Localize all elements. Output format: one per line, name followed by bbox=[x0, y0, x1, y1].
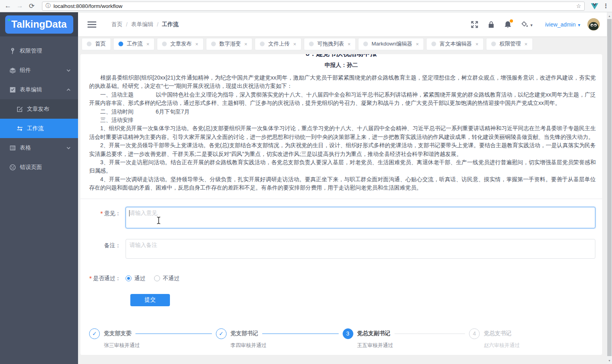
mouse-ibeam-cursor bbox=[156, 216, 161, 224]
step-connector bbox=[135, 334, 212, 334]
sidebar-item-error-page[interactable]: 错误页面 bbox=[0, 157, 78, 177]
tab-home[interactable]: 首页 bbox=[82, 38, 111, 50]
chevron-down-icon bbox=[66, 68, 71, 73]
main-area: 首页 / 表单编辑 / 工作流 ▼ iview_admin bbox=[78, 12, 607, 364]
tab-close-icon[interactable]: × bbox=[147, 41, 150, 47]
open-tabs-bar: 首页 工作流× 文章发布× 数字渐变× 文件上传× 可拖拽列表× Markdow… bbox=[78, 36, 607, 51]
doc-paragraph: 3、开展一次走访慰问活动。结合正在开展的群众路线教育实践活动，各党总支部负责人要… bbox=[89, 158, 596, 175]
tab-count-to[interactable]: 数字渐变× bbox=[206, 38, 253, 50]
vue-devtools-icon[interactable] bbox=[590, 2, 599, 10]
sidebar-item-label: 错误页面 bbox=[20, 164, 71, 171]
fullscreen-icon[interactable] bbox=[471, 21, 479, 28]
tab-workflow[interactable]: 工作流× bbox=[113, 38, 154, 50]
avatar[interactable] bbox=[587, 18, 600, 30]
sidebar-item-permission[interactable]: 权限管理 bbox=[0, 41, 78, 61]
document-title-clipped: 8：建党节庆祝活动申报 bbox=[80, 54, 602, 58]
url-text[interactable]: localhost:8080/form/workflow bbox=[53, 3, 576, 9]
submit-button[interactable]: 提交 bbox=[130, 294, 170, 306]
approval-steps: ✓ 党支部支委 张三审核并通过 ✓ 党支部书记 李四审核并通过 bbox=[80, 328, 602, 349]
sidebar-item-table[interactable]: 表格 bbox=[0, 138, 78, 157]
chevron-down-icon bbox=[66, 146, 71, 150]
tab-label: 文章发布 bbox=[170, 40, 192, 47]
sidebar-item-workflow[interactable]: 工作流 bbox=[0, 119, 78, 138]
tab-close-icon[interactable]: × bbox=[244, 41, 248, 47]
sidebar-item-label: 表格 bbox=[20, 144, 66, 152]
table-icon bbox=[9, 144, 16, 152]
sidebar-item-form-edit[interactable]: 表单编辑 bbox=[0, 80, 78, 99]
browser-forward-button[interactable]: → bbox=[15, 1, 25, 11]
header-actions: ▼ iview_admin ▼ bbox=[462, 18, 600, 30]
tab-rich-text-editor[interactable]: 富文本编辑器× bbox=[426, 38, 484, 50]
breadcrumb-home[interactable]: 首页 bbox=[111, 21, 122, 28]
tab-close-icon[interactable]: × bbox=[293, 41, 296, 47]
tab-article-publish[interactable]: 文章发布× bbox=[157, 38, 204, 50]
step-title: 党支部支委 bbox=[104, 330, 132, 337]
sidebar-item-article-publish[interactable]: 文章发布 bbox=[0, 99, 78, 119]
caret-down-icon: ▼ bbox=[577, 23, 581, 27]
document-body: 根据县委组织部(组织[20xx]21)文件通知精神，为纪念中国共产党建党xx周年… bbox=[89, 74, 596, 192]
breadcrumb: 首页 / 表单编辑 / 工作流 bbox=[111, 21, 179, 28]
sidebar-item-components[interactable]: 组件 bbox=[0, 61, 78, 80]
breadcrumb-form-edit[interactable]: 表单编辑 bbox=[131, 21, 153, 28]
tab-upload[interactable]: 文件上传× bbox=[255, 38, 301, 50]
tab-label: 文件上传 bbox=[268, 40, 290, 47]
tab-close-icon[interactable]: × bbox=[524, 41, 528, 47]
user-menu[interactable]: iview_admin ▼ bbox=[545, 21, 581, 28]
talkingdata-logo[interactable]: TalkingData bbox=[5, 15, 73, 34]
tab-close-icon[interactable]: × bbox=[195, 41, 198, 47]
compose-icon bbox=[16, 106, 23, 113]
bookmark-star-icon[interactable]: ☆ bbox=[576, 3, 581, 9]
browser-menu-icon[interactable]: ⋮ bbox=[603, 2, 609, 9]
remark-row: 备注： bbox=[80, 239, 602, 260]
username: iview_admin bbox=[545, 21, 576, 28]
breadcrumb-separator: / bbox=[126, 21, 128, 28]
hamburger-menu-icon[interactable] bbox=[88, 21, 96, 28]
step-title: 党总支副书记 bbox=[357, 330, 391, 337]
page-info-icon[interactable]: ⓘ bbox=[46, 2, 51, 9]
radio-pass[interactable]: 通过 bbox=[126, 275, 145, 282]
tab-close-icon[interactable]: × bbox=[347, 41, 351, 47]
required-asterisk: * bbox=[89, 275, 92, 281]
tab-label: 首页 bbox=[95, 40, 106, 47]
lock-icon[interactable] bbox=[487, 21, 495, 28]
language-ink-icon[interactable]: ▼ bbox=[520, 21, 528, 28]
opinion-label: *意见： bbox=[89, 207, 126, 229]
scrollbar-down-arrow[interactable]: ▼ bbox=[607, 358, 612, 363]
caret-down-icon: ▼ bbox=[530, 23, 533, 27]
app-window: TalkingData 权限管理 组件 表单编辑 文章发布 bbox=[0, 12, 612, 364]
logo-area: TalkingData bbox=[0, 12, 78, 36]
sidebar-submenu-form-edit: 文章发布 工作流 bbox=[0, 99, 78, 138]
remark-textarea[interactable] bbox=[126, 239, 595, 259]
step-subtitle: 赵六审核并通过 bbox=[484, 342, 596, 349]
tab-dot bbox=[260, 42, 265, 46]
doc-paragraph: 二、活动时间 6月下旬至7月 bbox=[89, 108, 596, 116]
pass-label: *是否通过： bbox=[89, 275, 126, 282]
tab-drag-list[interactable]: 可拖拽列表× bbox=[304, 38, 356, 50]
opinion-textarea[interactable] bbox=[126, 207, 595, 228]
step-title: 党总支书记 bbox=[484, 330, 511, 337]
text-caret bbox=[129, 210, 130, 216]
section-divider bbox=[80, 199, 602, 199]
key-icon bbox=[9, 47, 16, 55]
step-check-icon: ✓ bbox=[216, 328, 227, 339]
step-3: 3 党总支副书记 王五审核并通过 bbox=[343, 328, 469, 349]
radio-circle bbox=[154, 275, 160, 281]
radio-label: 通过 bbox=[134, 275, 145, 282]
remark-label: 备注： bbox=[89, 239, 126, 260]
radio-fail[interactable]: 不通过 bbox=[154, 275, 179, 282]
tab-markdown-editor[interactable]: Markdown编辑器× bbox=[358, 38, 424, 50]
notification-bell-icon[interactable] bbox=[504, 21, 512, 28]
tab-permission[interactable]: 权限管理× bbox=[486, 38, 533, 50]
pass-radio-group: 通过 不通过 bbox=[126, 275, 188, 282]
browser-back-button[interactable]: ← bbox=[3, 1, 13, 11]
browser-refresh-button[interactable]: ⟳ bbox=[27, 1, 36, 11]
scrollbar-up-arrow[interactable]: ▲ bbox=[607, 13, 612, 19]
page-scrollbar[interactable]: ▲ ▼ bbox=[607, 12, 612, 364]
radio-label: 不通过 bbox=[163, 275, 179, 282]
tab-close-icon[interactable]: × bbox=[416, 41, 419, 47]
scrollbar-thumb[interactable] bbox=[607, 19, 612, 356]
url-bar[interactable]: ⓘ localhost:8080/form/workflow ☆ bbox=[42, 2, 585, 11]
tab-close-icon[interactable]: × bbox=[475, 41, 479, 47]
tab-dot bbox=[118, 42, 123, 46]
step-1: ✓ 党支部支委 张三审核并通过 bbox=[89, 328, 216, 349]
